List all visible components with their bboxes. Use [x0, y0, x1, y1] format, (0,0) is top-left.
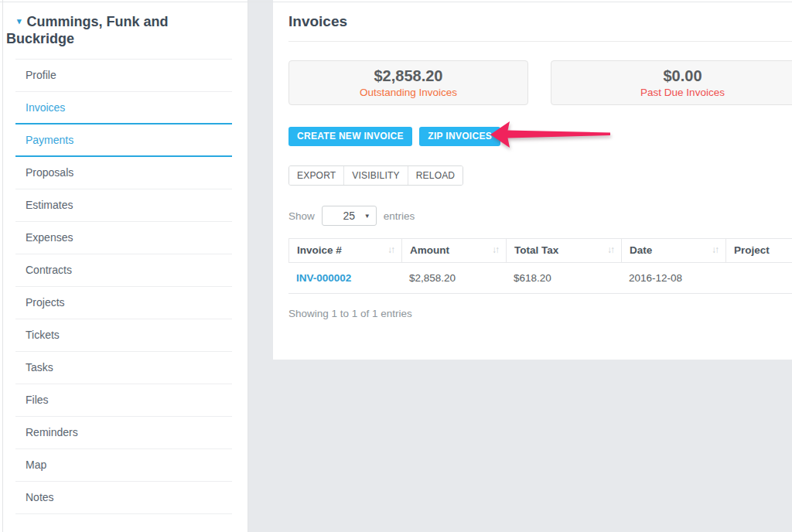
- table-column-header[interactable]: Date: [621, 239, 725, 262]
- outstanding-amount: $2,858.20: [289, 66, 527, 85]
- date-cell: 2016-12-08: [621, 272, 725, 284]
- invoices-panel: Invoices $2,858.20 Outstanding Invoices …: [273, 0, 792, 360]
- sidebar-item-label: Payments: [26, 134, 73, 146]
- toolbar-button[interactable]: VISIBILITY: [343, 166, 407, 185]
- past-due-amount: $0.00: [551, 66, 792, 85]
- invoice-link[interactable]: INV-000002: [296, 272, 351, 284]
- entries-select-value: 25: [343, 210, 355, 222]
- client-name-header[interactable]: Cummings, Funk and Buckridge: [0, 0, 248, 47]
- entries-label: entries: [384, 210, 415, 222]
- page-title: Invoices: [288, 0, 792, 30]
- past-due-label: Past Due Invoices: [551, 85, 792, 100]
- toolbar-button[interactable]: EXPORT: [289, 166, 343, 185]
- sort-icon[interactable]: [492, 239, 498, 261]
- column-label: Amount: [410, 244, 449, 256]
- table-column-header[interactable]: Invoice #: [288, 239, 401, 262]
- table-column-header[interactable]: Total Tax: [506, 239, 621, 262]
- column-label: Total Tax: [514, 244, 558, 256]
- table-column-header[interactable]: Amount: [401, 239, 506, 262]
- toolbar-button[interactable]: RELOAD: [408, 166, 463, 185]
- client-name: Cummings, Funk and Buckridge: [6, 14, 169, 46]
- sidebar-item[interactable]: Notes: [15, 482, 232, 514]
- create-new-invoice-button[interactable]: CREATE NEW INVOICE: [288, 127, 412, 146]
- sort-icon[interactable]: [712, 239, 718, 261]
- window-top-edge: [0, 2, 792, 2]
- select-caret-icon: [364, 213, 370, 220]
- table-info-text: Showing 1 to 1 of 1 entries: [288, 308, 792, 319]
- chevron-down-icon: [17, 12, 22, 29]
- entries-length-row: Show 25 entries: [288, 206, 792, 226]
- sidebar-item-label: Estimates: [26, 199, 73, 211]
- column-label: Date: [630, 244, 652, 256]
- column-label: Project: [734, 244, 770, 256]
- sidebar-item[interactable]: Map: [15, 449, 232, 482]
- sidebar-item-label: Tickets: [26, 329, 60, 341]
- sidebar-item-label: Files: [26, 394, 49, 406]
- sort-icon[interactable]: [607, 239, 613, 261]
- sidebar-item-label: Profile: [26, 69, 56, 81]
- sidebar-item-label: Expenses: [26, 231, 73, 244]
- annotation-arrow-left-icon: [488, 118, 612, 151]
- sidebar-item[interactable]: Tasks: [15, 352, 232, 384]
- sidebar-item-label: Projects: [26, 296, 65, 309]
- invoice-number-cell: INV-000002: [288, 272, 401, 284]
- sidebar-item[interactable]: Projects: [15, 287, 232, 319]
- sidebar-item[interactable]: Files: [15, 384, 232, 417]
- sidebar-item[interactable]: Invoices: [15, 92, 232, 124]
- app-window: Cummings, Funk and Buckridge Profile Inv…: [0, 0, 792, 532]
- sidebar-item[interactable]: Tickets: [15, 319, 232, 352]
- outstanding-label: Outstanding Invoices: [289, 85, 527, 100]
- table-column-header[interactable]: Project: [725, 239, 792, 262]
- entries-select[interactable]: 25: [322, 206, 377, 226]
- amount-cell: $2,858.20: [401, 272, 506, 284]
- window-left-edge: [2, 0, 3, 532]
- table-header-row: Invoice # Amount Total Tax Date: [288, 238, 792, 263]
- sidebar-item-label: Invoices: [26, 101, 65, 114]
- past-due-invoices-card: $0.00 Past Due Invoices: [551, 60, 792, 105]
- table-toolbar: EXPORT VISIBILITY RELOAD: [288, 165, 463, 186]
- sidebar-item[interactable]: Contracts: [15, 254, 232, 287]
- sidebar-item-label: Tasks: [26, 361, 53, 373]
- outstanding-invoices-card: $2,858.20 Outstanding Invoices: [288, 60, 528, 105]
- sidebar-item-label: Notes: [26, 491, 54, 503]
- sidebar-item[interactable]: Payments: [15, 124, 232, 157]
- summary-cards: $2,858.20 Outstanding Invoices $0.00 Pas…: [288, 60, 792, 105]
- sidebar-item-label: Reminders: [26, 426, 78, 438]
- table-row: INV-000002 $2,858.20 $618.20 2016-12-08: [288, 263, 792, 294]
- sidebar-item-label: Contracts: [26, 264, 72, 276]
- column-label: Invoice #: [297, 244, 342, 256]
- sidebar-item[interactable]: Expenses: [15, 222, 232, 254]
- sidebar-item[interactable]: Proposals: [15, 157, 232, 189]
- title-divider: [288, 41, 792, 42]
- sidebar-item[interactable]: Reminders: [15, 417, 232, 449]
- invoices-table: Invoice # Amount Total Tax Date: [288, 238, 792, 294]
- sidebar-item[interactable]: Estimates: [15, 189, 232, 222]
- primary-actions-row: CREATE NEW INVOICE ZIP INVOICES: [288, 127, 792, 146]
- sort-icon[interactable]: [387, 239, 394, 261]
- total-tax-cell: $618.20: [506, 272, 621, 284]
- sidebar-item[interactable]: Profile: [15, 60, 232, 92]
- sidebar-item-label: Proposals: [26, 166, 73, 179]
- sidebar-item-label: Map: [26, 459, 46, 471]
- client-sidebar: Cummings, Funk and Buckridge Profile Inv…: [0, 0, 248, 532]
- sidebar-menu: Profile Invoices Payments Proposals Esti…: [15, 59, 232, 514]
- show-label: Show: [288, 210, 315, 222]
